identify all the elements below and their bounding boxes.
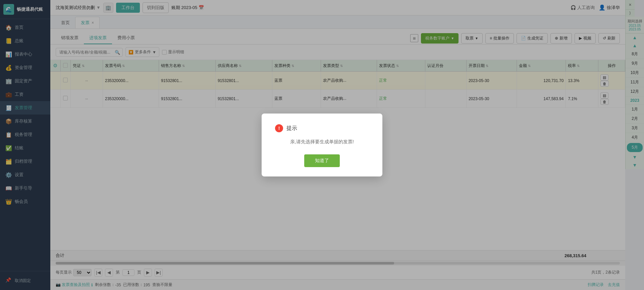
modal-message: 亲,请先选择要生成单据的发票!	[290, 139, 354, 145]
modal-box: ! 提示 亲,请先选择要生成单据的发票! 知道了	[262, 114, 382, 176]
modal-confirm-btn[interactable]: 知道了	[304, 154, 340, 167]
modal-overlay[interactable]: ! 提示 亲,请先选择要生成单据的发票! 知道了	[0, 0, 644, 290]
modal-title: 提示	[286, 125, 297, 132]
modal-title-row: ! 提示	[275, 124, 297, 132]
warning-icon: !	[275, 124, 283, 132]
